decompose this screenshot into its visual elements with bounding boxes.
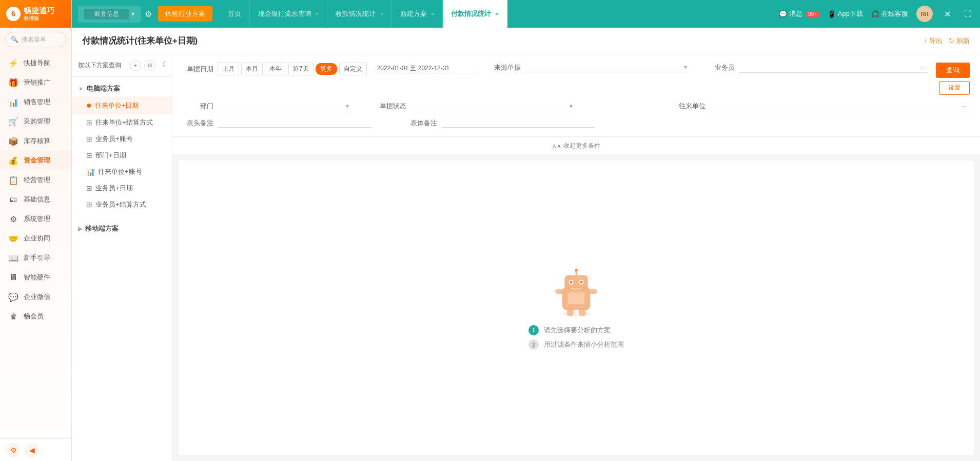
svg-rect-10 bbox=[589, 289, 597, 294]
tree-item-label: 业务员+日期 bbox=[95, 184, 133, 193]
tab-cashflow-label: 现金银行流水查询 bbox=[258, 9, 311, 18]
svg-point-0 bbox=[562, 311, 591, 317]
tab-receipt[interactable]: 收款情况统计 × bbox=[327, 0, 391, 28]
this-month-btn[interactable]: 本月 bbox=[241, 63, 263, 75]
collapse-sidebar-btn[interactable]: ◀ bbox=[25, 443, 39, 457]
sidebar-item-inventory[interactable]: 📦 库存核算 bbox=[0, 131, 71, 151]
tab-payment-close[interactable]: × bbox=[495, 11, 498, 17]
sidebar-item-marketing[interactable]: 🎁 营销推广 bbox=[0, 73, 71, 92]
tree-item-staff-date[interactable]: ⊞ 业务员+日期 bbox=[72, 180, 172, 196]
header-note-input[interactable] bbox=[218, 117, 371, 128]
sidebar-item-system[interactable]: ⚙ 系统管理 bbox=[0, 209, 71, 229]
add-plan-btn[interactable]: + bbox=[130, 60, 141, 71]
tab-new-plan-close[interactable]: × bbox=[431, 11, 434, 17]
tree-item-staff-account[interactable]: ⊞ 业务员+账号 bbox=[72, 131, 172, 147]
refresh-btn[interactable]: ↻ 刷新 bbox=[949, 36, 970, 46]
pc-section-arrow: ▼ bbox=[78, 86, 84, 92]
export-label: 导出 bbox=[929, 36, 943, 46]
app-download-btn[interactable]: 📱 App下载 bbox=[828, 9, 863, 18]
refresh-label: 刷新 bbox=[956, 36, 970, 46]
mobile-section-label: 移动端方案 bbox=[85, 224, 119, 233]
tab-cashflow-close[interactable]: × bbox=[316, 11, 319, 17]
query-actions: 查询 设置 bbox=[936, 63, 970, 95]
export-btn[interactable]: ↑ 导出 bbox=[924, 36, 943, 46]
guide-icon: 📖 bbox=[8, 253, 18, 263]
sidebar-item-weixin[interactable]: 💬 企业微信 bbox=[0, 287, 71, 307]
topbar-close-btn[interactable]: ✕ bbox=[941, 8, 953, 20]
member-icon: ♛ bbox=[8, 311, 18, 322]
dept-select[interactable]: ▾ bbox=[218, 102, 351, 111]
topbar-gear-icon[interactable]: ⚙ bbox=[145, 9, 152, 19]
tree-item-label: 业务员+账号 bbox=[95, 134, 133, 144]
pc-section-header[interactable]: ▼ 电脑端方案 bbox=[72, 81, 172, 96]
empty-step-1: 1 请先选择要分析的方案 bbox=[528, 325, 624, 335]
message-icon: 💬 bbox=[779, 10, 787, 18]
system-icon: ⚙ bbox=[8, 214, 18, 224]
sidebar-item-fund[interactable]: 💰 资金管理 bbox=[0, 151, 71, 170]
weixin-icon: 💬 bbox=[8, 292, 18, 302]
source-select[interactable]: ▾ bbox=[525, 63, 689, 72]
operation-icon: 📋 bbox=[8, 175, 18, 185]
sidebar-item-quick-nav[interactable]: ⚡ 快捷导航 bbox=[0, 53, 71, 73]
tab-home[interactable]: 首页 bbox=[220, 0, 250, 28]
last-7days-btn[interactable]: 近7天 bbox=[288, 63, 313, 75]
header-note-input-wrapper bbox=[218, 117, 371, 128]
quick-nav-icon: ⚡ bbox=[8, 58, 18, 68]
custom-date-btn[interactable]: 自定义 bbox=[339, 63, 367, 75]
tree-item-dept-date[interactable]: ⊞ 部门+日期 bbox=[72, 147, 172, 164]
sidebar-item-label: 经营管理 bbox=[24, 175, 50, 185]
filter-settings-btn[interactable]: 设置 bbox=[939, 81, 970, 95]
settings-btn[interactable]: ⚙ bbox=[6, 443, 21, 457]
tab-receipt-label: 收款情况统计 bbox=[336, 9, 376, 18]
topbar-expand-btn[interactable]: ⛶ bbox=[962, 8, 974, 20]
body-note-input[interactable] bbox=[441, 117, 595, 128]
tab-receipt-close[interactable]: × bbox=[380, 11, 383, 17]
dept-label: 部门 bbox=[183, 102, 213, 111]
tab-cashflow[interactable]: 现金银行流水查询 × bbox=[250, 0, 327, 28]
collapse-bar[interactable]: ∧∧ 收起更多条件 bbox=[172, 137, 980, 154]
user-avatar[interactable]: Rit bbox=[916, 6, 933, 22]
partner-select[interactable]: ··· bbox=[710, 101, 970, 111]
tab-new-plan[interactable]: 新建方案 × bbox=[392, 0, 443, 28]
plan-settings-btn[interactable]: ⚙ bbox=[144, 60, 155, 71]
online-service-label: 在线客服 bbox=[881, 9, 908, 18]
query-btn[interactable]: 查询 bbox=[936, 63, 970, 78]
tree-item-label: 往来单位+结算方式 bbox=[95, 118, 153, 127]
sidebar-item-enterprise[interactable]: 🤝 企业协同 bbox=[0, 229, 71, 248]
search-menu-bar[interactable]: 🔍 搜索菜单 bbox=[5, 32, 66, 47]
hardware-icon: 🖥 bbox=[8, 272, 18, 283]
messages-btn[interactable]: 💬 消息 99+ bbox=[779, 9, 819, 18]
tree-item-staff-settle[interactable]: ⊞ 业务员+结算方式 bbox=[72, 196, 172, 213]
online-service-btn[interactable]: 🎧 在线客服 bbox=[871, 9, 908, 18]
sidebar-item-sales[interactable]: 📊 销售管理 bbox=[0, 92, 71, 112]
sidebar-item-operation[interactable]: 📋 经营管理 bbox=[0, 170, 71, 190]
sidebar-item-purchase[interactable]: 🛒 采购管理 bbox=[0, 112, 71, 131]
more-date-btn[interactable]: 更多 bbox=[316, 63, 337, 75]
tree-item-label: 往来单位+账号 bbox=[98, 167, 142, 176]
trial-btn[interactable]: 体验行业方案 bbox=[158, 6, 212, 22]
sidebar-item-basic[interactable]: 🗂 基础信息 bbox=[0, 190, 71, 209]
last-month-btn[interactable]: 上月 bbox=[218, 63, 239, 75]
status-select[interactable]: ▾ bbox=[410, 102, 575, 111]
search-placeholder: 搜索菜单 bbox=[22, 35, 46, 44]
sidebar: 6 畅捷通巧 标准版 🔍 搜索菜单 ⚡ 快捷导航 🎁 营销推广 📊 销售管理 🛒… bbox=[0, 0, 72, 461]
mobile-section-header[interactable]: ▶ 移动端方案 bbox=[72, 221, 172, 236]
this-year-btn[interactable]: 本年 bbox=[265, 63, 286, 75]
tree-item-unit-date[interactable]: ● 往来单位+日期 bbox=[72, 96, 172, 114]
sidebar-item-label: 新手引导 bbox=[24, 253, 50, 263]
source-label: 来源单据 bbox=[494, 63, 521, 72]
tree-item-unit-account[interactable]: 📊 往来单位+账号 bbox=[72, 164, 172, 180]
account-selector[interactable]: 账套信息 ▾ bbox=[78, 6, 141, 23]
date-range-input[interactable] bbox=[375, 64, 478, 73]
sidebar-item-member[interactable]: ♛ 畅会员 bbox=[0, 307, 71, 326]
tree-item-unit-settle[interactable]: ⊞ 往来单位+结算方式 bbox=[72, 114, 172, 131]
staff-select[interactable]: ··· bbox=[739, 63, 928, 73]
collapse-panel-btn[interactable]: 《 bbox=[159, 60, 166, 71]
avatar-text: Rit bbox=[921, 11, 929, 17]
sidebar-item-hardware[interactable]: 🖥 智能硬件 bbox=[0, 268, 71, 287]
sidebar-item-guide[interactable]: 📖 新手引导 bbox=[0, 248, 71, 268]
robot-svg bbox=[551, 266, 602, 322]
chevron-down-icon: ▾ bbox=[131, 10, 134, 17]
topbar-tabs: 首页 现金银行流水查询 × 收款情况统计 × 新建方案 × 付款情况统计 × bbox=[220, 0, 507, 28]
tab-payment[interactable]: 付款情况统计 × bbox=[443, 0, 507, 28]
